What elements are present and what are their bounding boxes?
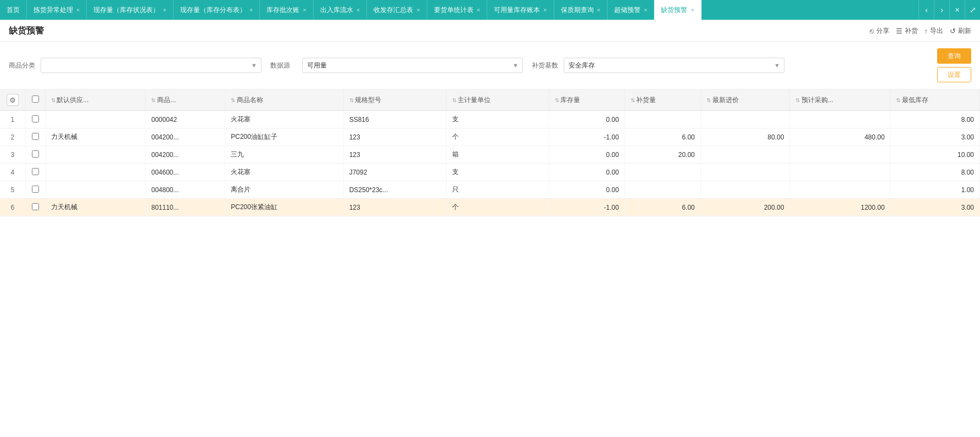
tab-shortage-warning[interactable]: 缺货预警 × (654, 0, 701, 20)
row-checkbox[interactable] (32, 133, 39, 140)
sort-icon-price: ⇅ (706, 97, 712, 103)
filter-actions: 查询 设置 (937, 48, 971, 82)
tab-available-ledger[interactable]: 可用量库存账本 × (487, 0, 554, 20)
tab-stock-status[interactable]: 现存量（库存状况表） × (87, 0, 173, 20)
replenish-icon: ☰ (896, 27, 903, 35)
row-checkbox[interactable] (32, 186, 39, 193)
row-checkbox-cell (25, 111, 45, 128)
row-product-code: 004800... (146, 181, 225, 199)
tab-close-batch-account[interactable]: × (303, 7, 306, 13)
row-checkbox[interactable] (32, 168, 39, 175)
col-unit-header: ⇅ 主计量单位 (446, 89, 549, 111)
row-unit: 只 (446, 181, 549, 199)
col-latest-price-header: ⇅ 最新进价 (700, 89, 790, 111)
share-icon: ⎋ (870, 27, 874, 35)
row-spec: 123 (343, 146, 446, 164)
filter-area: 商品分类 ▼ 数据源 可用量 库存量 ▼ 补货基数 (0, 42, 980, 89)
tab-receive-summary[interactable]: 收发存汇总表 × (367, 0, 427, 20)
table-container: ⚙ ⇅ 默认供应... ⇅ 商品... ⇅ 商品 (0, 89, 980, 216)
table-row: 2 力天机械 004200... PC200油缸缸子 123 个 -1.00 6… (0, 128, 980, 146)
tab-close-abnormal[interactable]: × (76, 7, 80, 13)
col-settings: ⚙ (0, 89, 25, 111)
tab-next-btn[interactable]: › (934, 0, 949, 20)
tab-expand-btn[interactable]: ⤢ (965, 0, 980, 20)
row-settings-cell: 2 (0, 128, 25, 146)
export-icon: ↑ (925, 27, 928, 35)
col-product-name-header: ⇅ 商品名称 (225, 89, 343, 111)
settings-button[interactable]: 设置 (937, 67, 971, 82)
row-replenish-qty (625, 164, 700, 181)
refresh-icon: ↺ (950, 27, 956, 35)
row-product-code: 004200... (146, 128, 225, 146)
row-stock: 0.00 (549, 181, 625, 199)
row-stock: -1.00 (549, 199, 625, 216)
export-button[interactable]: ↑ 导出 (925, 26, 944, 36)
replenish-select[interactable]: 安全库存 最低库存 (564, 58, 784, 73)
row-settings-cell: 6 (0, 199, 25, 216)
row-settings-cell: 4 (0, 164, 25, 181)
tab-expiry-query[interactable]: 保质期查询 × (554, 0, 608, 20)
row-supplier (45, 146, 146, 164)
replenish-filter-group: 补货基数 安全库存 最低库存 ▼ (532, 58, 784, 73)
tab-inout-flow[interactable]: 出入库流水 × (314, 0, 367, 20)
row-est-purchase: 1200.00 (790, 199, 890, 216)
sort-icon-est: ⇅ (795, 97, 801, 103)
tab-close-overstock-warning[interactable]: × (644, 7, 647, 13)
datasource-select[interactable]: 可用量 库存量 (302, 58, 523, 73)
row-unit: 个 (446, 128, 549, 146)
table-settings-btn[interactable]: ⚙ (7, 94, 19, 106)
tab-overstock-warning[interactable]: 超储预警 × (608, 0, 654, 20)
row-supplier: 力天机械 (45, 128, 146, 146)
tab-order-stats[interactable]: 要货单统计表 × (427, 0, 487, 20)
row-checkbox[interactable] (32, 203, 39, 210)
row-product-code: 801110... (146, 199, 225, 216)
row-spec: DS250*23c... (343, 181, 446, 199)
row-min-stock: 3.00 (890, 199, 980, 216)
tab-abnormal[interactable]: 拣货异常处理 × (27, 0, 87, 20)
row-unit: 箱 (446, 146, 549, 164)
row-spec: 123 (343, 199, 446, 216)
row-stock: 0.00 (549, 146, 625, 164)
tab-close-all-btn[interactable]: × (949, 0, 965, 20)
tab-close-stock-status[interactable]: × (163, 7, 166, 13)
tab-close-receive-summary[interactable]: × (416, 7, 420, 13)
refresh-button[interactable]: ↺ 刷新 (950, 26, 971, 36)
tab-prev-btn[interactable]: ‹ (918, 0, 934, 20)
tab-close-order-stats[interactable]: × (477, 7, 480, 13)
tab-home[interactable]: 首页 (0, 0, 27, 20)
tab-stock-dist[interactable]: 现存量（库存分布表） × (174, 0, 260, 20)
page-content: 缺货预警 ⎋ 分享 ☰ 补货 ↑ 导出 ↺ 刷新 商品分类 (0, 20, 980, 437)
row-settings-cell: 3 (0, 146, 25, 164)
row-checkbox[interactable] (32, 150, 39, 158)
row-product-name: 火花塞 (225, 111, 343, 128)
row-min-stock: 1.00 (890, 181, 980, 199)
share-button[interactable]: ⎋ 分享 (870, 26, 889, 36)
sort-icon-replenish: ⇅ (631, 97, 637, 103)
sort-icon-stock: ⇅ (555, 97, 561, 103)
replenish-button[interactable]: ☰ 补货 (896, 26, 918, 36)
row-supplier (45, 181, 146, 199)
row-checkbox[interactable] (32, 115, 39, 122)
tab-batch-account[interactable]: 库存批次账 × (260, 0, 313, 20)
category-select[interactable] (41, 58, 261, 73)
tab-close-stock-dist[interactable]: × (249, 7, 253, 13)
query-button[interactable]: 查询 (937, 48, 971, 64)
tab-close-expiry-query[interactable]: × (597, 7, 600, 13)
tab-close-inout-flow[interactable]: × (357, 7, 360, 13)
row-latest-price (700, 181, 790, 199)
tab-nav-buttons: ‹ › × ⤢ (918, 0, 980, 20)
datasource-label: 数据源 (270, 61, 298, 70)
row-latest-price (700, 146, 790, 164)
row-product-name: PC200油缸缸子 (225, 128, 343, 146)
select-all-checkbox[interactable] (32, 96, 39, 103)
table-row: 3 004200... 三九 123 箱 0.00 20.00 10.00 (0, 146, 980, 164)
row-est-purchase (790, 181, 890, 199)
replenish-label: 补货基数 (532, 61, 559, 70)
row-product-name: 离合片 (225, 181, 343, 199)
row-latest-price: 200.00 (700, 199, 790, 216)
row-settings-cell: 5 (0, 181, 25, 199)
row-min-stock: 8.00 (890, 111, 980, 128)
sort-icon-spec: ⇅ (349, 97, 355, 103)
tab-close-available-ledger[interactable]: × (543, 7, 547, 13)
tab-close-shortage-warning[interactable]: × (691, 7, 694, 13)
